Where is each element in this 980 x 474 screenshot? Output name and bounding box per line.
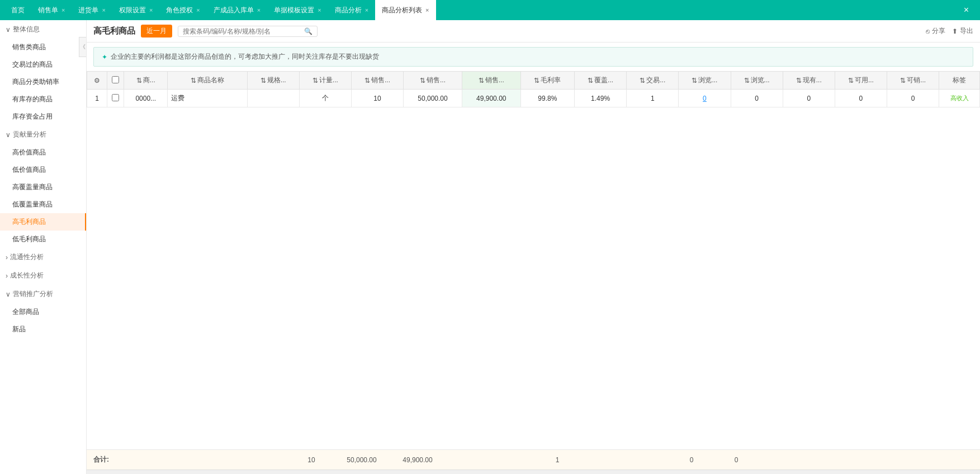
row-sales-amount: 50,000.00 bbox=[404, 90, 462, 107]
close-icon[interactable]: × bbox=[318, 7, 321, 13]
export-icon: ⬆ bbox=[952, 27, 958, 35]
nav-finished-goods[interactable]: 产成品入库单 × bbox=[207, 0, 267, 20]
nav-template-settings[interactable]: 单据模板设置 × bbox=[267, 0, 328, 20]
tip-icon: ✦ bbox=[102, 53, 107, 61]
sidebar-item-high-margin[interactable]: 高毛利商品 bbox=[0, 213, 86, 231]
sidebar-group-liquidity[interactable]: › 流通性分析 bbox=[0, 248, 86, 266]
search-input[interactable] bbox=[183, 27, 304, 35]
nav-purchase-order[interactable]: 进货单 × bbox=[72, 0, 112, 20]
col-spec[interactable]: ⇅规格... bbox=[247, 72, 299, 90]
horizontal-scrollbar[interactable] bbox=[87, 470, 980, 474]
page-title: 高毛利商品 bbox=[93, 26, 135, 36]
content-area: 高毛利商品 近一月 🔍 ⎋ 分享 ⬆ 导出 ✦ 企业的主要的利润都是这部分商品创… bbox=[87, 20, 980, 474]
close-icon[interactable]: × bbox=[257, 7, 261, 13]
col-unit[interactable]: ⇅计量... bbox=[299, 72, 351, 90]
nav-permission-settings[interactable]: 权限设置 × bbox=[112, 0, 159, 20]
sidebar-item-low-value[interactable]: 低价值商品 bbox=[0, 161, 86, 179]
chevron-down-icon: ∨ bbox=[6, 26, 11, 34]
close-icon[interactable]: × bbox=[365, 7, 368, 13]
sidebar-collapse-button[interactable]: 《 bbox=[79, 37, 87, 57]
content-header: 高毛利商品 近一月 🔍 ⎋ 分享 ⬆ 导出 bbox=[87, 20, 980, 43]
nav-home[interactable]: 首页 bbox=[4, 0, 31, 20]
row-index: 1 bbox=[87, 90, 107, 107]
col-available[interactable]: ⇅可用... bbox=[835, 72, 887, 90]
sort-icon: ⇅ bbox=[640, 77, 645, 85]
col-name[interactable]: ⇅商品名称 bbox=[168, 72, 247, 90]
row-checkbox bbox=[107, 90, 124, 107]
col-sales-amount[interactable]: ⇅销售... bbox=[404, 72, 462, 90]
col-browse2[interactable]: ⇅浏览... bbox=[731, 72, 783, 90]
close-icon[interactable]: × bbox=[196, 7, 200, 13]
row-gross-rate: 99.8% bbox=[520, 90, 574, 107]
sidebar-group-contribution[interactable]: ∨ 贡献量分析 bbox=[0, 125, 86, 144]
sidebar: ∨ 整体信息 销售类商品 交易过的商品 商品分类助销率 有库存的商品 库存资金占… bbox=[0, 20, 87, 474]
info-tip: ✦ 企业的主要的利润都是这部分商品创造的，可考虑加大推广，同时关注库存是不要出现… bbox=[93, 47, 973, 67]
sidebar-item-stock-capital[interactable]: 库存资金占用 bbox=[0, 108, 86, 125]
sort-icon: ⇅ bbox=[479, 77, 484, 85]
col-coverage[interactable]: ⇅覆盖... bbox=[575, 72, 627, 90]
sort-icon: ⇅ bbox=[191, 77, 196, 85]
col-sales-qty[interactable]: ⇅销售... bbox=[351, 72, 403, 90]
sidebar-item-in-stock[interactable]: 有库存的商品 bbox=[0, 91, 86, 108]
col-stock[interactable]: ⇅现有... bbox=[783, 72, 835, 90]
footer-available: 0 bbox=[714, 456, 759, 464]
col-transactions[interactable]: ⇅交易... bbox=[627, 72, 679, 90]
row-select-checkbox[interactable] bbox=[112, 94, 119, 101]
footer-sales-qty: 10 bbox=[289, 456, 334, 464]
col-sales-profit[interactable]: ⇅销售... bbox=[462, 72, 520, 90]
row-browse1[interactable]: 0 bbox=[679, 90, 731, 107]
nav-role-auth[interactable]: 角色授权 × bbox=[159, 0, 206, 20]
sidebar-item-low-coverage[interactable]: 低覆盖量商品 bbox=[0, 196, 86, 213]
close-icon[interactable]: × bbox=[61, 7, 65, 13]
settings-icon: ⚙ bbox=[94, 77, 100, 85]
sidebar-item-new-goods[interactable]: 新品 bbox=[0, 321, 86, 338]
window-close-button[interactable]: × bbox=[957, 5, 976, 15]
row-sales-qty: 10 bbox=[351, 90, 403, 107]
col-browse1[interactable]: ⇅浏览... bbox=[679, 72, 731, 90]
close-icon[interactable]: × bbox=[149, 7, 153, 13]
top-navigation: 首页 销售单 × 进货单 × 权限设置 × 角色授权 × 产成品入库单 × 单据… bbox=[0, 0, 980, 20]
sidebar-item-high-value[interactable]: 高价值商品 bbox=[0, 144, 86, 161]
sort-icon: ⇅ bbox=[692, 77, 697, 85]
filter-recent-month-button[interactable]: 近一月 bbox=[141, 25, 172, 37]
row-sales-profit: 49,900.00 bbox=[462, 90, 520, 107]
share-button[interactable]: ⎋ 分享 bbox=[926, 26, 945, 36]
sort-icon: ⇅ bbox=[420, 77, 425, 85]
close-icon[interactable]: × bbox=[425, 7, 429, 13]
row-available: 0 bbox=[835, 90, 887, 107]
sort-icon: ⇅ bbox=[796, 77, 802, 85]
search-box: 🔍 bbox=[178, 26, 318, 37]
sidebar-item-category-rate[interactable]: 商品分类助销率 bbox=[0, 73, 86, 91]
nav-sales-order[interactable]: 销售单 × bbox=[31, 0, 72, 20]
data-table-container: ⚙ ⇅商... ⇅商品名称 ⇅规格... bbox=[87, 71, 980, 449]
sidebar-item-all-goods[interactable]: 全部商品 bbox=[0, 303, 86, 321]
search-icon[interactable]: 🔍 bbox=[304, 27, 313, 35]
col-tag[interactable]: 标签 bbox=[939, 72, 980, 90]
close-icon[interactable]: × bbox=[102, 7, 105, 13]
col-gross-rate[interactable]: ⇅毛利率 bbox=[520, 72, 574, 90]
sidebar-group-overall[interactable]: ∨ 整体信息 bbox=[0, 20, 86, 39]
row-stock: 0 bbox=[783, 90, 835, 107]
sidebar-item-low-margin[interactable]: 低毛利商品 bbox=[0, 231, 86, 248]
row-coverage: 1.49% bbox=[575, 90, 627, 107]
sidebar-item-traded-goods[interactable]: 交易过的商品 bbox=[0, 56, 86, 73]
col-code[interactable]: ⇅商... bbox=[124, 72, 168, 90]
sidebar-item-high-coverage[interactable]: 高覆盖量商品 bbox=[0, 179, 86, 196]
export-button[interactable]: ⬆ 导出 bbox=[952, 26, 973, 36]
row-browse2: 0 bbox=[731, 90, 783, 107]
col-settings[interactable]: ⚙ bbox=[87, 72, 107, 90]
select-all-checkbox[interactable] bbox=[112, 76, 119, 83]
chevron-right-icon: › bbox=[6, 254, 8, 261]
row-name: 运费 bbox=[168, 90, 247, 107]
sidebar-group-growth[interactable]: › 成长性分析 bbox=[0, 266, 86, 285]
sort-icon: ⇅ bbox=[313, 77, 318, 85]
header-actions: ⎋ 分享 ⬆ 导出 bbox=[926, 26, 973, 36]
nav-product-analysis[interactable]: 商品分析 × bbox=[328, 0, 375, 20]
sidebar-group-marketing[interactable]: ∨ 营销推广分析 bbox=[0, 285, 86, 303]
nav-product-analysis-list[interactable]: 商品分析列表 × bbox=[375, 0, 435, 20]
sidebar-item-sales-goods[interactable]: 销售类商品 bbox=[0, 39, 86, 56]
row-unit: 个 bbox=[299, 90, 351, 107]
col-sellable[interactable]: ⇅可销... bbox=[887, 72, 939, 90]
sort-icon: ⇅ bbox=[364, 77, 370, 85]
sort-icon: ⇅ bbox=[588, 77, 593, 85]
